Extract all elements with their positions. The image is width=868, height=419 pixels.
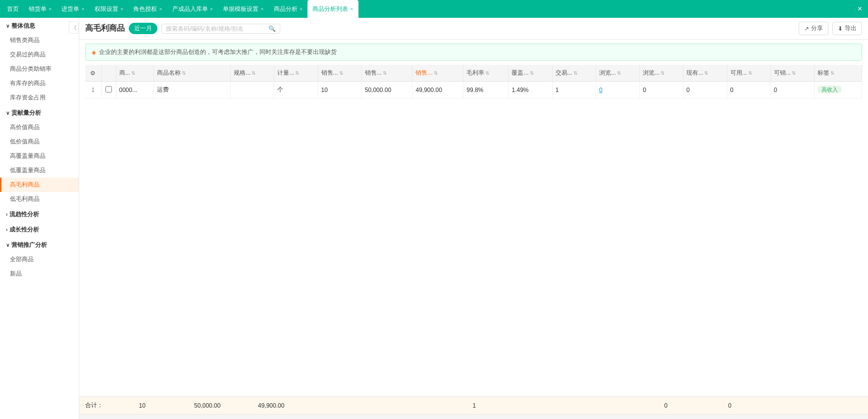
nav-product-entry[interactable]: 产成品入库单 × xyxy=(167,0,218,18)
col-current-stock[interactable]: 现有...⇅ xyxy=(683,65,727,82)
table-header-row: ⚙ 商...⇅ 商品名称⇅ 规格...⇅ 计量...⇅ 销售...⇅ 销售...… xyxy=(85,65,862,82)
filter-recent-month-button[interactable]: 近一月 xyxy=(129,23,157,34)
sidebar-item-traded-products[interactable]: 交易过的商品 xyxy=(0,47,79,62)
close-permission-tab[interactable]: × xyxy=(120,6,123,12)
search-icon[interactable]: 🔍 xyxy=(268,25,276,32)
nav-product-analysis-list[interactable]: 商品分析列表 × xyxy=(307,0,358,18)
sidebar-collapse-button[interactable]: 《 xyxy=(69,22,79,34)
table-container: ⚙ 商...⇅ 商品名称⇅ 规格...⇅ 计量...⇅ 销售...⇅ 销售...… xyxy=(79,65,868,396)
search-box: 🔍 xyxy=(161,24,280,34)
top-nav: 首页 销货单 × 进货单 × 权限设置 × 角色授权 × 产成品入库单 × 单据… xyxy=(0,0,868,18)
footer-empty2 xyxy=(351,402,415,409)
col-checkbox xyxy=(101,65,116,82)
cell-view2: 0 xyxy=(640,82,683,98)
cell-checkbox[interactable] xyxy=(101,82,116,98)
col-available[interactable]: 可用...⇅ xyxy=(727,65,770,82)
nav-purchase[interactable]: 进货单 × xyxy=(56,0,89,18)
col-sales-qty[interactable]: 销售...⇅ xyxy=(318,65,361,82)
col-gross-margin[interactable]: 毛利率⇅ xyxy=(463,65,509,82)
sidebar-item-stock-capital[interactable]: 库存资金占用 xyxy=(0,91,79,105)
sidebar-item-category-rate[interactable]: 商品分类助销率 xyxy=(0,62,79,76)
share-button[interactable]: ↗ 分享 xyxy=(799,22,828,35)
sidebar-item-low-margin[interactable]: 低毛利商品 xyxy=(0,192,79,206)
col-coverage[interactable]: 覆盖...⇅ xyxy=(509,65,552,82)
data-table: ⚙ 商...⇅ 商品名称⇅ 规格...⇅ 计量...⇅ 销售...⇅ 销售...… xyxy=(85,65,862,98)
close-sales-tab[interactable]: × xyxy=(49,6,51,12)
close-product-analysis-list-tab[interactable]: × xyxy=(350,6,353,12)
cell-unit: 个 xyxy=(274,82,318,98)
close-purchase-tab[interactable]: × xyxy=(81,6,84,12)
arrow-icon-3: › xyxy=(6,212,7,217)
close-all-button[interactable]: × xyxy=(854,4,866,13)
col-tag[interactable]: 标签⇅ xyxy=(815,65,862,82)
header-actions: ↗ 分享 ⬇ 导出 xyxy=(799,22,862,35)
sidebar-group-contribution[interactable]: ∨ 贡献量分析 xyxy=(0,105,79,120)
col-sales-amount[interactable]: 销售...⇅ xyxy=(361,65,412,82)
close-role-tab[interactable]: × xyxy=(159,6,162,12)
row-checkbox[interactable] xyxy=(105,86,112,93)
sidebar-group-trend[interactable]: › 流趋性分析 xyxy=(0,206,79,222)
nav-sales[interactable]: 销货单 × xyxy=(24,0,56,18)
close-product-entry-tab[interactable]: × xyxy=(210,6,213,12)
sidebar-group-marketing[interactable]: ∨ 营销推广分析 xyxy=(0,237,79,252)
footer-transaction: 1 xyxy=(415,402,479,409)
export-button[interactable]: ⬇ 导出 xyxy=(832,22,862,35)
footer-sales-qty: 10 xyxy=(125,402,159,409)
footer-sales-amount: 50,000.00 xyxy=(159,402,223,409)
cell-available: 0 xyxy=(727,82,770,98)
cell-name: 运费 xyxy=(154,82,231,98)
col-view2[interactable]: 浏览...⇅ xyxy=(640,65,683,82)
share-icon: ↗ xyxy=(804,25,809,32)
info-banner: ◈ 企业的主要的利润都是这部分商品创造的，可考虑加大推广，同时关注库存是不要出现… xyxy=(85,44,862,61)
nav-role[interactable]: 角色授权 × xyxy=(128,0,167,18)
sidebar-group-growth[interactable]: › 成长性分析 xyxy=(0,222,79,237)
arrow-icon-4: › xyxy=(6,227,7,233)
sidebar-item-new-products[interactable]: 新品 xyxy=(0,267,79,281)
arrow-icon-5: ∨ xyxy=(6,242,9,248)
nav-permission[interactable]: 权限设置 × xyxy=(90,0,128,18)
cell-sellable: 0 xyxy=(770,82,814,98)
col-spec[interactable]: 规格...⇅ xyxy=(231,65,274,82)
cell-num: 1 xyxy=(85,82,101,98)
cell-gross-margin: 99.8% xyxy=(463,82,509,98)
col-settings[interactable]: ⚙ xyxy=(85,65,101,82)
footer-empty4 xyxy=(543,402,607,409)
main-layout: 《 ∨ 整体信息 销售类商品 交易过的商品 商品分类助销率 有库存的商品 库存资… xyxy=(0,18,868,419)
close-product-analysis-tab[interactable]: × xyxy=(300,6,303,12)
sidebar-item-high-value[interactable]: 高价值商品 xyxy=(0,120,79,135)
sidebar-item-low-value[interactable]: 低价值商品 xyxy=(0,135,79,149)
col-code[interactable]: 商...⇅ xyxy=(116,65,154,82)
col-sales-profit[interactable]: 销售...⇅ xyxy=(412,65,463,82)
nav-home[interactable]: 首页 xyxy=(2,0,24,18)
footer-empty1 xyxy=(287,402,351,409)
horizontal-scrollbar[interactable] xyxy=(79,414,868,419)
sidebar-item-sales-products[interactable]: 销售类商品 xyxy=(0,33,79,47)
search-input[interactable] xyxy=(166,25,268,32)
sidebar-group-overall[interactable]: ∨ 整体信息 xyxy=(0,18,79,33)
sidebar-item-all-products[interactable]: 全部商品 xyxy=(0,252,79,267)
footer-label: 合计： xyxy=(85,401,125,410)
close-template-tab[interactable]: × xyxy=(260,6,263,12)
sidebar-item-low-coverage[interactable]: 低覆盖量商品 xyxy=(0,163,79,178)
footer-cells: 10 50,000.00 49,900.00 1 0 0 xyxy=(125,402,862,409)
cell-tag: 高收入 xyxy=(815,82,862,98)
nav-product-analysis[interactable]: 商品分析 × xyxy=(269,0,307,18)
arrow-icon: ∨ xyxy=(6,23,9,29)
sidebar: 《 ∨ 整体信息 销售类商品 交易过的商品 商品分类助销率 有库存的商品 库存资… xyxy=(0,18,79,419)
export-icon: ⬇ xyxy=(838,25,843,32)
footer-empty5 xyxy=(734,402,798,409)
sidebar-item-high-coverage[interactable]: 高覆盖量商品 xyxy=(0,149,79,163)
cell-sales-qty: 10 xyxy=(318,82,361,98)
nav-template[interactable]: 单据模板设置 × xyxy=(218,0,268,18)
col-sellable[interactable]: 可销...⇅ xyxy=(770,65,814,82)
page-title: 高毛利商品 xyxy=(85,23,125,34)
col-view1[interactable]: 浏览...⇅ xyxy=(596,65,639,82)
sidebar-item-stocked[interactable]: 有库存的商品 xyxy=(0,76,79,91)
col-transaction[interactable]: 交易...⇅ xyxy=(552,65,596,82)
col-name[interactable]: 商品名称⇅ xyxy=(154,65,231,82)
cell-view1[interactable]: 0 xyxy=(596,82,639,98)
cell-sales-amount: 50,000.00 xyxy=(361,82,412,98)
sidebar-item-high-margin[interactable]: 高毛利商品 xyxy=(0,178,79,192)
col-unit[interactable]: 计量...⇅ xyxy=(274,65,318,82)
content-header: 高毛利商品 近一月 🔍 ↗ 分享 ⬇ 导出 xyxy=(79,18,868,40)
